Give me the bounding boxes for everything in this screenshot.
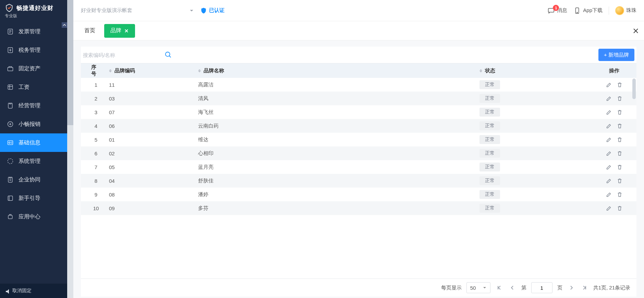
- status-badge: 正常: [479, 149, 500, 158]
- username: 珠珠: [626, 7, 636, 14]
- sidebar-scroll-up[interactable]: [62, 22, 67, 28]
- delete-icon[interactable]: [617, 178, 623, 184]
- table-row[interactable]: 9 08 潘婷 正常: [81, 188, 636, 201]
- menu-icon: [7, 84, 14, 91]
- cell-code: 02: [105, 151, 194, 156]
- cell-status: 正常: [475, 121, 592, 130]
- page-input[interactable]: [531, 282, 552, 293]
- status-badge: 正常: [479, 190, 500, 199]
- user-menu[interactable]: 珠珠: [615, 6, 636, 15]
- sidebar-item-3[interactable]: 工资: [0, 78, 67, 96]
- status-badge: 正常: [479, 176, 500, 185]
- edit-icon[interactable]: [606, 150, 612, 156]
- menu-icon: [7, 121, 14, 128]
- sidebar-item-2[interactable]: 固定资产: [0, 59, 67, 78]
- delete-icon[interactable]: [617, 164, 623, 170]
- edit-icon[interactable]: [606, 178, 612, 184]
- page-prefix: 第: [521, 285, 526, 291]
- sidebar-item-6[interactable]: 基础信息: [0, 133, 67, 152]
- app-download-button[interactable]: App下载: [573, 7, 603, 14]
- avatar: [615, 6, 624, 15]
- delete-icon[interactable]: [617, 191, 623, 198]
- edit-icon[interactable]: [606, 191, 612, 198]
- cell-code: 08: [105, 192, 194, 198]
- edit-icon[interactable]: [606, 82, 612, 88]
- sidebar-item-8[interactable]: 企业协同: [0, 170, 67, 189]
- th-name[interactable]: 品牌名称: [194, 68, 475, 74]
- tab-home[interactable]: 首页: [78, 24, 101, 38]
- table-row[interactable]: 10 09 多芬 正常: [81, 201, 636, 215]
- verified-badge: 已认证: [200, 7, 224, 14]
- th-index[interactable]: 序号: [81, 64, 105, 77]
- sidebar-item-1[interactable]: 税务管理: [0, 41, 67, 59]
- messages-button[interactable]: 1 消息: [547, 7, 567, 14]
- edit-icon[interactable]: [606, 136, 612, 143]
- table-row[interactable]: 7 05 蓝月亮 正常: [81, 160, 636, 174]
- edit-icon[interactable]: [606, 109, 612, 115]
- sidebar-item-5[interactable]: 小畅报销: [0, 115, 67, 133]
- delete-icon[interactable]: [617, 109, 623, 115]
- sidebar-item-label: 小畅报销: [19, 121, 40, 128]
- delete-icon[interactable]: [617, 123, 623, 129]
- table-scrollbar[interactable]: [632, 79, 636, 99]
- sidebar-item-label: 经营管理: [19, 102, 40, 109]
- per-page-select[interactable]: 50: [466, 282, 490, 293]
- sidebar-unpin[interactable]: 取消固定: [0, 284, 67, 298]
- th-status[interactable]: 状态: [475, 68, 592, 74]
- sidebar-item-label: 系统管理: [19, 158, 40, 165]
- sort-icon: [109, 69, 112, 72]
- table-row[interactable]: 8 04 舒肤佳 正常: [81, 174, 636, 188]
- page-summary: 共1页, 21条记录: [593, 285, 630, 291]
- per-page-value: 50: [470, 285, 476, 291]
- sidebar-item-0[interactable]: 发票管理: [0, 22, 67, 41]
- page-first[interactable]: [495, 284, 503, 292]
- cell-index: 8: [81, 178, 105, 184]
- sidebar-item-9[interactable]: 新手引导: [0, 189, 67, 207]
- sidebar-item-4[interactable]: 经营管理: [0, 96, 67, 115]
- status-badge: 正常: [479, 80, 500, 89]
- delete-icon[interactable]: [617, 205, 623, 211]
- delete-icon[interactable]: [617, 95, 623, 102]
- divider: [609, 7, 609, 15]
- tab-home-label: 首页: [84, 27, 95, 34]
- edit-icon[interactable]: [606, 164, 612, 170]
- delete-icon[interactable]: [617, 150, 623, 156]
- search-icon[interactable]: [165, 51, 172, 59]
- cell-op: [592, 205, 636, 211]
- sort-icon: [479, 69, 483, 72]
- table-row[interactable]: 2 03 清风 正常: [81, 92, 636, 105]
- account-select[interactable]: 好业财专业版演示帐套: [81, 4, 194, 17]
- sidebar-item-10[interactable]: 应用中心: [0, 207, 67, 226]
- table-row[interactable]: 3 07 海飞丝 正常: [81, 105, 636, 119]
- search-input[interactable]: [83, 52, 161, 58]
- page-prev[interactable]: [508, 284, 517, 292]
- tab-close-icon[interactable]: [124, 28, 129, 33]
- th-code[interactable]: 品牌编码: [105, 68, 194, 74]
- sidebar-item-7[interactable]: 系统管理: [0, 152, 67, 170]
- delete-icon[interactable]: [617, 82, 623, 88]
- edit-icon[interactable]: [606, 95, 612, 102]
- sidebar-item-label: 工资: [19, 84, 29, 91]
- page-last[interactable]: [580, 284, 588, 292]
- menu-icon: [7, 213, 14, 220]
- table-row[interactable]: 4 06 云南白药 正常: [81, 119, 636, 133]
- tabs: 首页 品牌: [73, 21, 644, 40]
- menu-icon: [7, 195, 14, 202]
- table-row[interactable]: 6 02 心相印 正常: [81, 146, 636, 160]
- menu-icon: [7, 139, 14, 146]
- cell-status: 正常: [475, 108, 592, 117]
- edit-icon[interactable]: [606, 123, 612, 129]
- close-all-tabs[interactable]: [632, 27, 639, 34]
- tab-brand[interactable]: 品牌: [104, 24, 135, 38]
- cell-op: [592, 178, 636, 184]
- page-next[interactable]: [567, 284, 575, 292]
- table-row[interactable]: 5 01 维达 正常: [81, 133, 636, 146]
- cell-name: 多芬: [194, 205, 475, 212]
- edit-icon[interactable]: [606, 205, 612, 211]
- cell-name: 清风: [194, 95, 475, 102]
- sidebar-scrollbar[interactable]: [67, 0, 73, 298]
- table-row[interactable]: 1 11 高露洁 正常: [81, 78, 636, 92]
- delete-icon[interactable]: [617, 136, 623, 143]
- add-brand-button[interactable]: + 新增品牌: [598, 49, 634, 61]
- cell-index: 5: [81, 137, 105, 143]
